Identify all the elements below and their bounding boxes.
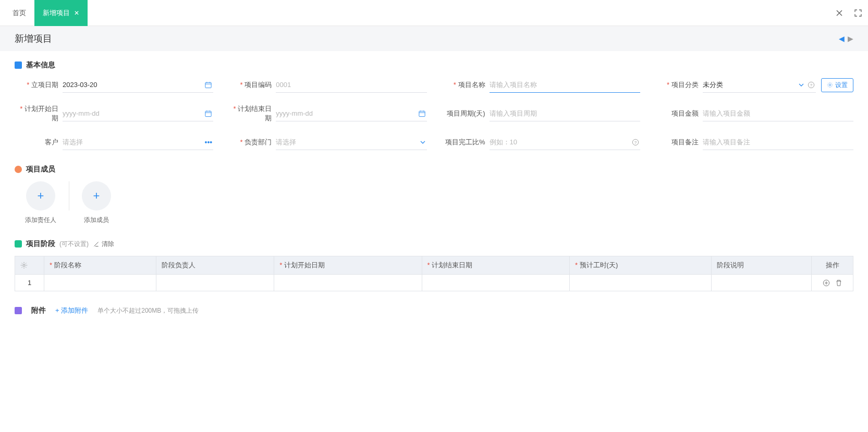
ellipsis-icon[interactable]: ••• <box>205 138 213 146</box>
stage-icon <box>15 240 22 248</box>
nav-arrows: ◀ ▶ <box>839 34 853 43</box>
svg-point-8 <box>23 264 25 266</box>
cell-est-hours[interactable] <box>569 275 711 291</box>
table-row: 1 <box>15 275 853 291</box>
label-remark: 项目备注 <box>655 138 703 147</box>
input-remark[interactable] <box>703 138 853 146</box>
nav-prev-icon[interactable]: ◀ <box>839 34 845 43</box>
settings-button-label: 设置 <box>835 81 848 90</box>
add-member-button[interactable]: + <box>82 181 111 211</box>
member-divider <box>69 181 69 211</box>
calendar-icon[interactable] <box>204 109 212 117</box>
fullscreen-icon <box>854 9 862 17</box>
calendar-icon[interactable] <box>418 109 426 117</box>
close-window-button[interactable] <box>833 6 846 20</box>
cell-plan-end[interactable] <box>422 275 569 291</box>
input-wrap-customer[interactable]: ••• <box>63 134 213 150</box>
input-wrap-plan-end[interactable] <box>276 106 426 121</box>
add-owner-button[interactable]: + <box>26 181 55 211</box>
broom-icon <box>93 241 100 248</box>
gear-icon <box>827 82 833 88</box>
gear-icon[interactable] <box>20 262 28 269</box>
cell-op <box>812 275 853 291</box>
delete-row-button[interactable] <box>835 279 842 287</box>
section-attach: 附件 + 添加附件 单个大小不超过200MB，可拖拽上传 <box>15 306 853 315</box>
section-stages: 项目阶段 (可不设置) 清除 阶段名称 阶段负责人 计划开始日期 计划结束日期 … <box>15 239 853 291</box>
tab-home-label: 首页 <box>13 8 26 18</box>
nav-next-icon[interactable]: ▶ <box>848 34 853 43</box>
svg-rect-4 <box>205 111 211 116</box>
input-wrap-code[interactable] <box>276 77 426 93</box>
input-code[interactable] <box>276 81 426 89</box>
add-member-col: + 添加成员 <box>82 181 111 225</box>
input-wrap-complete[interactable]: ? <box>490 134 640 150</box>
tab-new-project[interactable]: 新增项目 ✕ <box>34 0 88 26</box>
cell-stage-name[interactable] <box>44 275 156 291</box>
cell-plan-start[interactable] <box>274 275 422 291</box>
field-plan-start: 计划开始日期 <box>15 104 213 123</box>
user-icon <box>15 166 22 173</box>
cell-stage-desc[interactable] <box>711 275 811 291</box>
help-icon[interactable]: ? <box>632 139 639 146</box>
chevron-down-icon[interactable] <box>798 82 804 88</box>
input-init-date[interactable] <box>63 81 213 89</box>
help-icon[interactable]: ? <box>808 81 815 89</box>
field-name: 项目名称 <box>442 77 640 93</box>
input-wrap-amount[interactable] <box>703 106 853 121</box>
page-title: 新增项目 <box>15 32 52 45</box>
plus-circle-icon <box>823 279 830 287</box>
input-wrap-init-date[interactable] <box>63 77 213 93</box>
input-wrap-name[interactable] <box>490 77 640 93</box>
settings-button[interactable]: 设置 <box>821 78 853 92</box>
page-title-bar: 新增项目 ◀ ▶ <box>0 26 868 51</box>
fullscreen-button[interactable] <box>851 6 865 20</box>
section-stages-title: 项目阶段 <box>26 239 55 249</box>
cell-stage-owner[interactable] <box>156 275 274 291</box>
clear-stages-button[interactable]: 清除 <box>93 240 114 249</box>
tabs-right-actions <box>833 0 865 26</box>
section-members-title: 项目成员 <box>26 165 55 174</box>
label-plan-start: 计划开始日期 <box>15 104 63 123</box>
section-basic-info: 基本信息 立项日期 项目编码 项目名称 <box>15 60 853 150</box>
field-complete: 项目完工比% ? <box>442 134 640 150</box>
section-stages-hint: (可不设置) <box>59 240 89 249</box>
field-remark: 项目备注 <box>655 134 853 150</box>
col-stage-desc: 阶段说明 <box>711 256 811 275</box>
col-plan-start: 计划开始日期 <box>274 256 422 275</box>
input-wrap-remark[interactable] <box>703 134 853 150</box>
form-grid: 立项日期 项目编码 项目名称 <box>15 77 853 150</box>
label-dept: 负责部门 <box>228 138 276 147</box>
label-name: 项目名称 <box>442 80 490 90</box>
field-init-date: 立项日期 <box>15 77 213 93</box>
close-icon[interactable]: ✕ <box>74 9 79 17</box>
tab-home[interactable]: 首页 <box>4 0 34 26</box>
input-period[interactable] <box>490 109 640 117</box>
tabs-bar: 首页 新增项目 ✕ <box>0 0 868 26</box>
input-amount[interactable] <box>703 109 853 117</box>
col-est-hours: 预计工时(天) <box>569 256 711 275</box>
col-stage-name: 阶段名称 <box>44 256 156 275</box>
close-icon <box>835 9 843 17</box>
trash-icon <box>835 279 842 287</box>
add-attachment-button[interactable]: + 添加附件 <box>55 306 88 315</box>
input-plan-start[interactable] <box>63 109 213 117</box>
input-wrap-plan-start[interactable] <box>63 106 213 121</box>
input-name[interactable] <box>490 81 640 89</box>
label-plan-end: 计划结束日期 <box>228 104 276 123</box>
input-customer[interactable] <box>63 138 213 146</box>
input-wrap-dept[interactable] <box>276 134 426 150</box>
svg-rect-5 <box>419 111 424 116</box>
input-complete[interactable] <box>490 138 640 146</box>
svg-text:?: ? <box>810 82 813 87</box>
calendar-icon[interactable] <box>204 81 212 89</box>
input-wrap-category[interactable]: ? <box>703 77 816 93</box>
chevron-down-icon[interactable] <box>420 139 426 145</box>
svg-point-3 <box>829 84 831 86</box>
add-row-button[interactable] <box>823 279 830 287</box>
input-dept[interactable] <box>276 138 426 146</box>
section-basic-header: 基本信息 <box>15 60 853 70</box>
field-customer: 客户 ••• <box>15 134 213 150</box>
stage-table: 阶段名称 阶段负责人 计划开始日期 计划结束日期 预计工时(天) 阶段说明 操作… <box>15 256 853 291</box>
input-wrap-period[interactable] <box>490 106 640 121</box>
input-plan-end[interactable] <box>276 109 426 117</box>
